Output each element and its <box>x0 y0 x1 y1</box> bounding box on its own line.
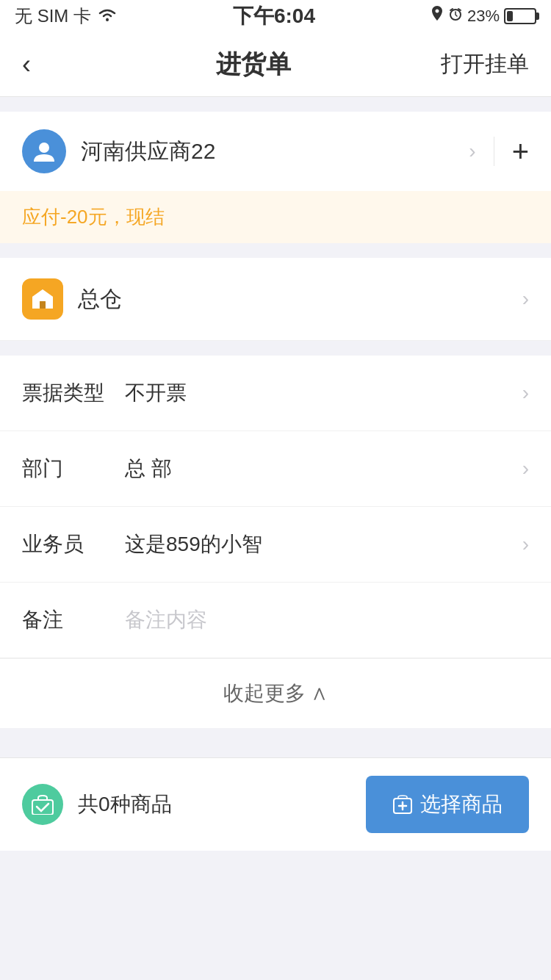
divider <box>494 137 494 166</box>
battery-icon <box>504 8 536 24</box>
back-button[interactable]: ‹ <box>22 49 66 80</box>
select-product-label: 选择商品 <box>420 790 503 818</box>
wifi-icon <box>97 6 118 26</box>
warehouse-icon-wrap <box>22 278 63 320</box>
department-row[interactable]: 部门 总 部 › <box>0 431 551 507</box>
section-gap-2 <box>0 243 551 258</box>
supplier-name: 河南供应商22 <box>81 137 469 167</box>
product-count: 共0种商品 <box>78 790 366 818</box>
supplier-avatar <box>22 129 66 173</box>
supplier-section: 河南供应商22 › + 应付-20元，现结 <box>0 112 551 243</box>
collapse-button[interactable]: 收起更多 ∧ <box>0 658 551 728</box>
status-right: 23% <box>431 6 536 26</box>
salesperson-row[interactable]: 业务员 这是859的小智 › <box>0 507 551 583</box>
svg-rect-5 <box>32 800 53 815</box>
department-label: 部门 <box>22 455 110 483</box>
main-content: 河南供应商22 › + 应付-20元，现结 总仓 › <box>0 97 551 980</box>
location-icon <box>431 6 444 26</box>
battery-percent: 23% <box>467 7 500 26</box>
svg-point-2 <box>39 143 49 153</box>
time-label: 下午6:04 <box>233 2 315 30</box>
section-gap-3 <box>0 341 551 356</box>
product-icon-wrap <box>22 784 63 825</box>
remark-label: 备注 <box>22 606 110 634</box>
add-supplier-button[interactable]: + <box>512 135 529 168</box>
warehouse-chevron-icon: › <box>522 287 529 311</box>
svg-rect-4 <box>40 301 46 309</box>
salesperson-value: 这是859的小智 <box>125 530 522 558</box>
bottom-bar: 共0种商品 选择商品 <box>0 757 551 851</box>
alarm-icon <box>448 7 463 26</box>
remark-row[interactable]: 备注 备注内容 <box>0 583 551 658</box>
notice-text: 应付-20元，现结 <box>22 206 165 228</box>
salesperson-label: 业务员 <box>22 530 110 558</box>
section-gap-1 <box>0 97 551 112</box>
status-bar: 无 SIM 卡 下午6:04 23% <box>0 0 551 32</box>
invoice-type-chevron-icon: › <box>522 381 529 405</box>
nav-bar: ‹ 进货单 打开挂单 <box>0 32 551 97</box>
svg-point-0 <box>106 18 109 21</box>
invoice-type-value: 不开票 <box>125 379 522 407</box>
supplier-right-actions: › + <box>469 135 529 168</box>
salesperson-chevron-icon: › <box>522 533 529 556</box>
notice-banner: 应付-20元，现结 <box>0 191 551 243</box>
supplier-row[interactable]: 河南供应商22 › + <box>0 112 551 191</box>
open-pending-button[interactable]: 打开挂单 <box>441 49 529 79</box>
warehouse-row[interactable]: 总仓 › <box>0 258 551 341</box>
remark-value: 备注内容 <box>125 606 529 634</box>
invoice-type-label: 票据类型 <box>22 379 110 407</box>
carrier-label: 无 SIM 卡 <box>15 4 91 28</box>
warehouse-name: 总仓 <box>78 284 522 314</box>
form-section: 票据类型 不开票 › 部门 总 部 › 业务员 这是859的小智 › 备注 备注… <box>0 356 551 728</box>
invoice-type-row[interactable]: 票据类型 不开票 › <box>0 356 551 431</box>
select-product-button[interactable]: 选择商品 <box>366 776 529 833</box>
department-value: 总 部 <box>125 455 522 483</box>
section-gap-4 <box>0 728 551 743</box>
department-chevron-icon: › <box>522 457 529 480</box>
status-left: 无 SIM 卡 <box>15 4 118 28</box>
collapse-label: 收起更多 ∧ <box>223 682 328 705</box>
page-title: 进货单 <box>216 48 291 82</box>
supplier-chevron-icon: › <box>469 140 475 163</box>
